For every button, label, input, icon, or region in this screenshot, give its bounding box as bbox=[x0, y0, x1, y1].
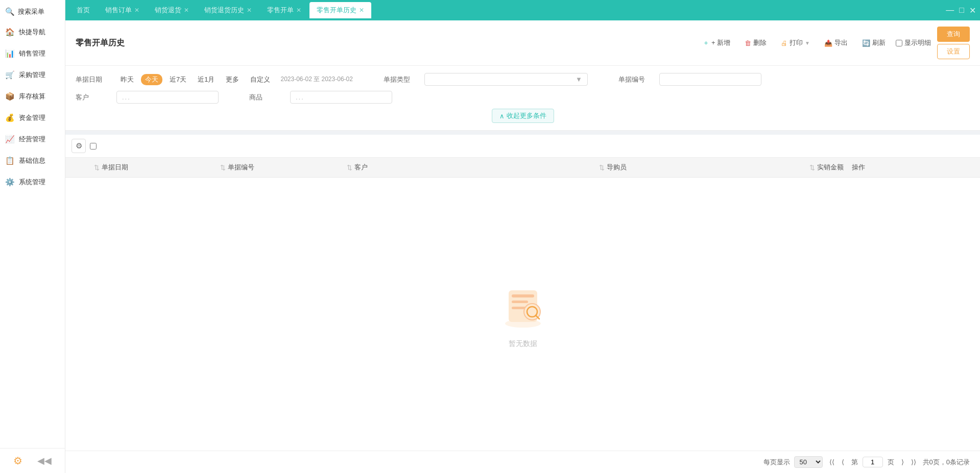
customer-select[interactable]: ... bbox=[116, 91, 219, 104]
delete-label: 删除 bbox=[753, 38, 767, 47]
main-area: 首页 销售订单 ✕ 销货退货 ✕ 销货退货历史 ✕ 零售开单 ✕ 零售开单历史 … bbox=[65, 0, 980, 473]
customer-filter-label: 客户 bbox=[76, 93, 106, 102]
filter-row-2: 客户 ... 商品 ... bbox=[76, 91, 970, 104]
next-page-button[interactable]: ⟩ bbox=[899, 457, 906, 467]
empty-text: 暂无数据 bbox=[509, 339, 537, 348]
window-minimize-icon[interactable]: — bbox=[946, 6, 954, 15]
home-icon: 🏠 bbox=[5, 28, 15, 37]
th-amount[interactable]: ⇅ 实销金额 bbox=[721, 158, 847, 177]
doc-no-label: 单据编号 bbox=[618, 75, 649, 84]
th-amount-label: 实销金额 bbox=[817, 163, 844, 172]
date-custom[interactable]: 自定义 bbox=[246, 74, 274, 85]
th-date-label: 单据日期 bbox=[102, 163, 128, 172]
query-button[interactable]: 查询 bbox=[937, 27, 970, 42]
settings-icon[interactable]: ⚙ bbox=[13, 455, 22, 467]
set-button[interactable]: 设置 bbox=[937, 44, 970, 59]
sidebar-item-inventory[interactable]: 📦 库存核算 bbox=[0, 86, 65, 107]
tab-sales-return-history[interactable]: 销货退货历史 ✕ bbox=[197, 2, 259, 18]
th-customer-label: 客户 bbox=[354, 163, 368, 172]
date-today[interactable]: 今天 bbox=[141, 74, 162, 85]
th-no-label: 单据编号 bbox=[228, 163, 254, 172]
goods-filter-label: 商品 bbox=[249, 93, 280, 102]
tab-sales-order-close[interactable]: ✕ bbox=[134, 7, 139, 14]
th-no[interactable]: ⇅ 单据编号 bbox=[216, 158, 342, 177]
add-label: + 新增 bbox=[711, 38, 730, 47]
print-button[interactable]: 🖨 打印 ▼ bbox=[777, 36, 814, 49]
sidebar-item-quick-nav[interactable]: 🏠 快捷导航 bbox=[0, 21, 65, 43]
per-page-select[interactable]: 50 10 20 100 bbox=[794, 456, 823, 468]
svg-rect-3 bbox=[512, 301, 528, 303]
doc-no-input[interactable] bbox=[659, 73, 761, 86]
sidebar-search-label: 搜索采单 bbox=[18, 7, 44, 16]
pagination: 每页显示 50 10 20 100 ⟨⟨ ⟨ 第 页 ⟩ ⟩⟩ 共0页，0条记录 bbox=[65, 451, 980, 473]
sidebar-item-purchase-mgmt[interactable]: 🛒 采购管理 bbox=[0, 64, 65, 86]
sidebar-item-sales-mgmt[interactable]: 📊 销售管理 bbox=[0, 43, 65, 64]
sidebar-item-label: 销售管理 bbox=[19, 49, 45, 58]
sidebar-item-sys-mgmt[interactable]: ⚙️ 系统管理 bbox=[0, 171, 65, 193]
page-nav: ⟨⟨ ⟨ 第 页 ⟩ ⟩⟩ bbox=[827, 457, 919, 468]
print-dropdown-icon: ▼ bbox=[805, 40, 810, 46]
print-icon: 🖨 bbox=[781, 39, 787, 47]
page-title: 零售开单历史 bbox=[76, 38, 125, 48]
date-yesterday[interactable]: 昨天 bbox=[116, 74, 138, 85]
date-7days[interactable]: 近7天 bbox=[165, 74, 190, 85]
th-customer[interactable]: ⇅ 客户 bbox=[343, 158, 595, 177]
tab-home[interactable]: 首页 bbox=[69, 2, 97, 18]
sidebar-item-basic-info[interactable]: 📋 基础信息 bbox=[0, 150, 65, 171]
empty-illustration bbox=[497, 280, 548, 331]
th-action: 操作 bbox=[848, 158, 974, 177]
cart-icon: 🛒 bbox=[5, 70, 15, 80]
table-gear-icon: ⚙ bbox=[76, 141, 82, 151]
doc-type-dropdown-icon: ▼ bbox=[576, 76, 582, 83]
collapse-sidebar-icon[interactable]: ◀◀ bbox=[37, 455, 52, 466]
th-checkbox bbox=[71, 158, 90, 177]
doc-type-select[interactable]: ▼ bbox=[424, 73, 588, 86]
tab-sales-order[interactable]: 销售订单 ✕ bbox=[98, 2, 147, 18]
table-settings-button[interactable]: ⚙ bbox=[71, 139, 86, 153]
tab-retail-open-close[interactable]: ✕ bbox=[296, 7, 301, 14]
page-input[interactable] bbox=[863, 457, 883, 467]
tab-sales-return-history-close[interactable]: ✕ bbox=[247, 7, 252, 14]
first-page-button[interactable]: ⟨⟨ bbox=[827, 457, 837, 467]
add-button[interactable]: ＋ + 新增 bbox=[699, 36, 734, 49]
tab-sales-return-label: 销货退货 bbox=[155, 6, 181, 15]
window-maximize-icon[interactable]: □ bbox=[959, 6, 964, 15]
select-all-checkbox[interactable] bbox=[90, 143, 97, 150]
th-date[interactable]: ⇅ 单据日期 bbox=[90, 158, 216, 177]
tab-sales-return-close[interactable]: ✕ bbox=[184, 7, 189, 14]
last-page-button[interactable]: ⟩⟩ bbox=[909, 457, 919, 467]
tab-bar: 首页 销售订单 ✕ 销货退货 ✕ 销货退货历史 ✕ 零售开单 ✕ 零售开单历史 … bbox=[65, 0, 980, 20]
sidebar-item-label: 采购管理 bbox=[19, 70, 45, 80]
collapse-up-icon: ∧ bbox=[499, 112, 505, 120]
page-total: 共0页，0条记录 bbox=[923, 458, 970, 467]
doc-type-label: 单据类型 bbox=[384, 75, 414, 84]
display-toggle[interactable]: 显示明细 bbox=[896, 38, 931, 47]
sidebar-item-label: 资金管理 bbox=[19, 113, 45, 122]
date-1month[interactable]: 近1月 bbox=[194, 74, 219, 85]
export-button[interactable]: 📤 导出 bbox=[820, 36, 852, 49]
chart-icon: 📊 bbox=[5, 49, 15, 58]
tab-retail-open-history-close[interactable]: ✕ bbox=[359, 7, 364, 14]
refresh-label: 刷新 bbox=[872, 38, 886, 47]
sidebar-item-operations[interactable]: 📈 经营管理 bbox=[0, 129, 65, 150]
th-guide[interactable]: ⇅ 导购员 bbox=[595, 158, 721, 177]
goods-select[interactable]: ... bbox=[290, 91, 392, 104]
window-close-icon[interactable]: ✕ bbox=[969, 6, 976, 15]
tab-retail-open[interactable]: 零售开单 ✕ bbox=[260, 2, 308, 18]
prev-page-button[interactable]: ⟨ bbox=[839, 457, 847, 467]
refresh-button[interactable]: 🔄 刷新 bbox=[858, 36, 890, 49]
collapse-button[interactable]: ∧ 收起更多条件 bbox=[492, 109, 554, 123]
sidebar-search[interactable]: 🔍 搜索采单 bbox=[0, 0, 65, 21]
tab-retail-open-history[interactable]: 零售开单历史 ✕ bbox=[309, 2, 371, 18]
tab-sales-return[interactable]: 销货退货 ✕ bbox=[148, 2, 196, 18]
sidebar: 🔍 搜索采单 🏠 快捷导航 📊 销售管理 🛒 采购管理 📦 库存核算 💰 资金管… bbox=[0, 0, 65, 473]
print-label: 打印 bbox=[790, 38, 803, 47]
delete-button[interactable]: 🗑 删除 bbox=[740, 36, 771, 49]
date-more[interactable]: 更多 bbox=[222, 74, 243, 85]
search-icon: 🔍 bbox=[5, 7, 15, 16]
collapse-row: ∧ 收起更多条件 bbox=[76, 109, 970, 123]
export-icon: 📤 bbox=[824, 39, 832, 47]
display-toggle-checkbox[interactable] bbox=[896, 40, 902, 46]
trend-icon: 📈 bbox=[5, 135, 15, 144]
sidebar-item-finance[interactable]: 💰 资金管理 bbox=[0, 107, 65, 129]
